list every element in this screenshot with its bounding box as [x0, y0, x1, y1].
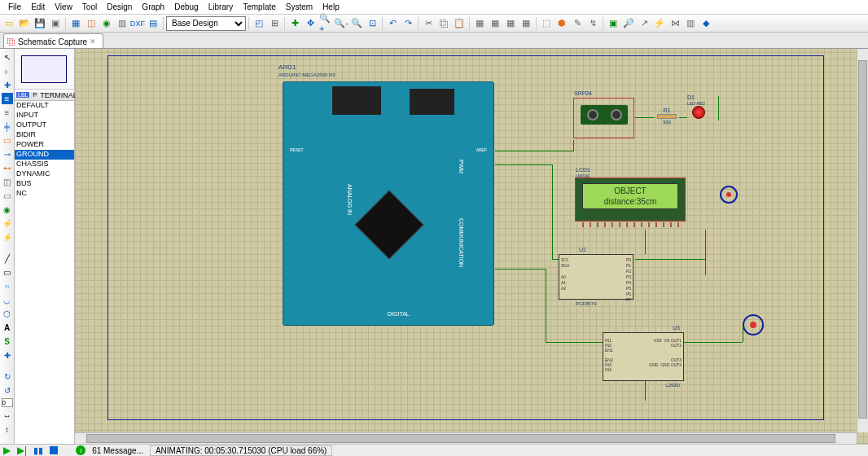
menu-graph[interactable]: Graph: [137, 1, 169, 13]
term-input[interactable]: INPUT: [15, 111, 74, 121]
rotate-ccw-icon[interactable]: ↺: [2, 384, 13, 396]
term-chassis[interactable]: CHASSIS: [15, 160, 74, 169]
message-info-icon[interactable]: i: [76, 445, 85, 455]
open-icon[interactable]: 📂: [17, 16, 32, 31]
block-copy-icon[interactable]: ▦: [472, 16, 487, 31]
junction-mode-icon[interactable]: ✚: [2, 79, 13, 90]
probe-v-icon[interactable]: ⚡: [2, 217, 13, 229]
motor-component[interactable]: [743, 314, 764, 335]
menu-tool[interactable]: Tool: [77, 1, 102, 13]
label-mode-icon[interactable]: ≡: [2, 93, 13, 104]
pin-mode-icon[interactable]: ⊷: [2, 162, 13, 173]
rotate-cw-icon[interactable]: ↻: [2, 370, 13, 382]
vertical-scrollbar[interactable]: [857, 49, 868, 432]
resistor-r1[interactable]: R1 330: [655, 107, 679, 119]
play-icon[interactable]: ▶: [3, 445, 11, 456]
netlist-icon[interactable]: ⋈: [668, 16, 682, 31]
schematic-canvas[interactable]: ARD1ARDUINO MEGA2560 R3 ANALOG IN PWM CO…: [75, 49, 868, 444]
menu-edit[interactable]: Edit: [26, 1, 50, 13]
circle-icon[interactable]: ○: [2, 280, 13, 292]
graph-mode-icon[interactable]: ◫: [2, 176, 13, 187]
grid-icon[interactable]: ⊞: [267, 16, 282, 31]
line-icon[interactable]: ╱: [2, 252, 13, 264]
block-rotate-icon[interactable]: ▦: [503, 16, 518, 31]
term-power[interactable]: POWER: [15, 140, 74, 150]
copy-icon[interactable]: ⿻: [436, 16, 451, 31]
l293d-component[interactable]: U3 L293D IN1 IN2 EN1 EN2 IN3 IN4 VSS VS …: [603, 332, 684, 381]
undo-icon[interactable]: ↶: [385, 16, 400, 31]
block-delete-icon[interactable]: ▦: [519, 16, 533, 31]
term-default[interactable]: DEFAULT: [15, 101, 74, 111]
zoom-fit-icon[interactable]: 🔍: [349, 16, 364, 31]
save-icon[interactable]: 💾: [33, 16, 47, 31]
origin-icon[interactable]: ✚: [287, 16, 302, 31]
message-count[interactable]: 61 Message...: [92, 446, 143, 455]
term-dynamic[interactable]: DYNAMIC: [15, 169, 74, 179]
term-output[interactable]: OUTPUT: [15, 121, 74, 130]
menu-view[interactable]: View: [50, 1, 77, 13]
text-mode-icon[interactable]: ≡: [2, 107, 13, 118]
horizontal-scrollbar[interactable]: [75, 432, 857, 444]
close-icon[interactable]: ▣: [48, 16, 63, 31]
srf04-component[interactable]: SRF04: [573, 98, 634, 138]
cut-icon[interactable]: ✂: [421, 16, 436, 31]
symbol-icon[interactable]: S: [2, 335, 13, 347]
schematic-icon[interactable]: ▦: [68, 16, 83, 31]
area-icon[interactable]: ◰: [252, 16, 266, 31]
pick-icon[interactable]: ⬚: [539, 16, 554, 31]
arena-icon[interactable]: ◆: [699, 16, 713, 31]
menu-library[interactable]: Library: [204, 1, 239, 13]
menu-design[interactable]: Design: [102, 1, 137, 13]
arc-icon[interactable]: ◡: [2, 294, 13, 305]
term-nc[interactable]: NC: [15, 189, 74, 199]
find-icon[interactable]: 🔎: [621, 16, 636, 31]
box-icon[interactable]: ▭: [2, 266, 13, 278]
flip-v-icon[interactable]: ↕: [2, 423, 13, 435]
menu-help[interactable]: Help: [318, 1, 344, 13]
arduino-component[interactable]: ANALOG IN PWM COMMUNICATION DIGITAL RESE…: [283, 81, 494, 326]
package-icon[interactable]: ⬢: [555, 16, 569, 31]
step-icon[interactable]: ▶|: [17, 445, 27, 456]
term-bidir[interactable]: BIDIR: [15, 130, 74, 140]
select-mode-icon[interactable]: ↖: [2, 51, 13, 63]
new-icon[interactable]: ▭: [2, 16, 16, 31]
subcircuit-mode-icon[interactable]: ▭: [2, 134, 13, 146]
paste-icon[interactable]: 📋: [452, 16, 467, 31]
text-icon[interactable]: A: [2, 322, 13, 333]
dxf-icon[interactable]: DXF: [130, 16, 145, 31]
generator-mode-icon[interactable]: ◉: [2, 204, 13, 215]
menu-file[interactable]: File: [3, 1, 26, 13]
tape-mode-icon[interactable]: ▭: [2, 190, 13, 201]
pcf8574-component[interactable]: U1 PCF8574 SCL SDA A0 A1 A2 P0 P1 P2 P3 …: [559, 254, 633, 300]
zoom-in-icon[interactable]: 🔍+: [318, 16, 333, 31]
bom-report-icon[interactable]: ▥: [683, 16, 698, 31]
menu-debug[interactable]: Debug: [169, 1, 203, 13]
lcd-component[interactable]: LCD1LM016L OBJECT distance:35cm: [575, 178, 686, 221]
stop-icon[interactable]: [50, 446, 58, 454]
probe-i-icon[interactable]: ⚡: [2, 231, 13, 243]
term-ground[interactable]: GROUND: [15, 150, 74, 160]
erc-icon[interactable]: ⚡: [652, 16, 667, 31]
tab-schematic[interactable]: ⿻ Schematic Capture ✕: [3, 33, 103, 48]
servo-component[interactable]: [720, 186, 744, 210]
3d-icon[interactable]: ◉: [99, 16, 114, 31]
design-explorer-icon[interactable]: ▣: [606, 16, 620, 31]
component-mode-icon[interactable]: ▹: [2, 65, 13, 77]
wire-tool-icon[interactable]: ↯: [585, 16, 600, 31]
tab-close-icon[interactable]: ✕: [90, 37, 96, 46]
marker-icon[interactable]: ✚: [2, 349, 13, 361]
flip-h-icon[interactable]: ↔: [2, 410, 13, 421]
menu-template[interactable]: Template: [238, 1, 281, 13]
pause-icon[interactable]: ▮▮: [33, 445, 43, 456]
overview-window[interactable]: [15, 49, 74, 90]
menu-system[interactable]: System: [281, 1, 318, 13]
decompose-icon[interactable]: ✎: [570, 16, 585, 31]
path-icon[interactable]: ⬡: [2, 308, 13, 319]
block-move-icon[interactable]: ▦: [488, 16, 502, 31]
design-selector[interactable]: Base Design: [166, 16, 246, 31]
terminal-mode-icon[interactable]: ⊸: [2, 148, 13, 160]
pan-icon[interactable]: ✥: [303, 16, 318, 31]
rotation-input[interactable]: [2, 398, 13, 407]
redo-icon[interactable]: ↷: [401, 16, 415, 31]
property-icon[interactable]: ↗: [637, 16, 651, 31]
